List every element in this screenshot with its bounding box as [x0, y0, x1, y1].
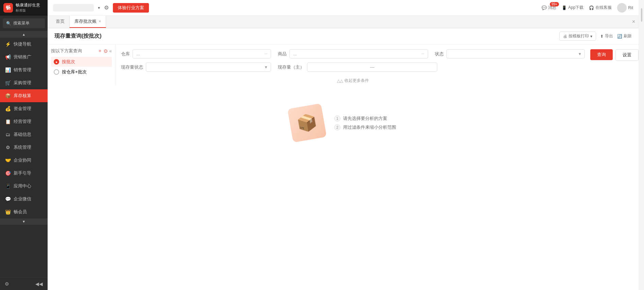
nav-label-8: 系统管理 — [14, 144, 31, 150]
empty-tips: 1 请先选择要分析的方案 2 用过滤条件来缩小分析范围 — [334, 115, 396, 130]
stock-quantity-label: 现存量（主） — [278, 64, 304, 70]
collapse-sidebar-icon[interactable]: ◀◀ — [35, 281, 43, 287]
filter-stock-quantity: 现存量（主） — — [278, 62, 428, 72]
sidebar: 畅 畅康通好生意 标准版 🔍 搜索菜单 ▲ ⚡快捷导航📢营销推广📊销售管理🛒采购… — [0, 0, 48, 290]
right-scrollbar — [639, 0, 644, 290]
sidebar-item-1[interactable]: 📢营销推广 — [0, 51, 48, 64]
collapse-up-icon: △△ — [337, 78, 343, 83]
empty-tip-1: 1 请先选择要分析的方案 — [334, 115, 396, 122]
filter-stock-status: 现存量状态 ▾ — [121, 62, 271, 72]
nav-icon-2: 📊 — [5, 67, 11, 73]
filter-scheme-icons: ＋ ⊙ « — [98, 48, 112, 54]
status-select[interactable]: ▾ — [446, 49, 585, 58]
sidebar-item-12[interactable]: 💬企业微信 — [0, 193, 48, 205]
status-label: 状态 — [435, 51, 444, 57]
collapse-more-label: 收起更多条件 — [344, 78, 369, 84]
sidebar-scroll-down[interactable]: ▼ — [0, 218, 48, 225]
messages-badge: 99+ — [550, 2, 559, 6]
empty-icon: 📦 — [287, 103, 327, 143]
stock-qty-to-input[interactable] — [376, 65, 434, 70]
sidebar-item-8[interactable]: ⚙系统管理 — [0, 141, 48, 154]
sidebar-item-4[interactable]: 📦库存核算 — [0, 89, 48, 102]
messages-action[interactable]: 💬 消息 99+ — [542, 5, 556, 11]
topbar-search-input[interactable] — [53, 4, 94, 12]
tab-close-icon[interactable]: × — [99, 19, 101, 24]
trial-btn[interactable]: 体验行业方案 — [113, 3, 149, 13]
tip-num-1: 1 — [334, 115, 340, 122]
tab-inventory-batch-label: 库存批次账 — [74, 18, 97, 24]
box-icon: 📦 — [295, 112, 319, 134]
app-info: 畅康通好生意 标准版 — [16, 3, 40, 13]
nav-label-5: 资金管理 — [14, 106, 31, 112]
user-action[interactable]: Rit — [617, 3, 633, 13]
warehouse-input[interactable]: ... ··· — [133, 49, 271, 58]
scheme-warehouse-batch-label: 按仓库+批次 — [62, 69, 87, 75]
sidebar-item-3[interactable]: 🛒采购管理 — [0, 76, 48, 89]
topbar-dropdown-button[interactable]: ▾ — [98, 5, 100, 10]
topbar-gear-button[interactable]: ⚙ — [104, 4, 109, 11]
nav-label-11: 应用中心 — [14, 183, 31, 189]
scheme-item-warehouse-batch[interactable]: 按仓库+批次 — [51, 67, 112, 77]
template-print-label: 按模板打印 — [569, 33, 589, 39]
sidebar-item-9[interactable]: 🤝企业协同 — [0, 154, 48, 167]
sidebar-item-6[interactable]: 📋经营管理 — [0, 115, 48, 128]
sidebar-item-2[interactable]: 📊销售管理 — [0, 64, 48, 76]
page-actions: 🖨 按模板打印 ▾ ⬆ 导出 🔄 刷新 — [559, 32, 632, 41]
headset-icon: 🎧 — [589, 5, 594, 10]
filter-form-wrapper: 仓库 ... ··· 商品 ... ··· 状态 — [116, 44, 590, 86]
scheme-item-batch[interactable]: ● 按批次 — [51, 57, 112, 67]
app-download-action[interactable]: 📱 App下载 — [562, 5, 583, 11]
settings-scheme-button[interactable]: ⊙ — [104, 48, 108, 54]
sidebar-item-5[interactable]: 💰资金管理 — [0, 102, 48, 115]
export-label: 导出 — [605, 33, 613, 39]
settings-button[interactable]: 设置 — [615, 49, 639, 61]
content-area: 现存量查询(按批次) 🖨 按模板打印 ▾ ⬆ 导出 🔄 刷新 — [48, 28, 639, 290]
nav-icon-13: 👑 — [5, 209, 11, 215]
nav-icon-8: ⚙ — [5, 144, 11, 150]
scheme-batch-label: 按批次 — [62, 59, 75, 65]
nav-label-3: 采购管理 — [14, 80, 31, 86]
sidebar-item-11[interactable]: 📱应用中心 — [0, 180, 48, 193]
stock-quantity-range: — — [307, 62, 437, 72]
nav-label-2: 销售管理 — [14, 67, 31, 73]
export-button[interactable]: ⬆ 导出 — [600, 33, 613, 39]
online-service-label: 在线客服 — [595, 5, 612, 11]
warehouse-more-icon[interactable]: ··· — [265, 52, 267, 56]
nav-label-9: 企业协同 — [14, 157, 31, 163]
tab-home[interactable]: 首页 — [51, 16, 69, 28]
product-input[interactable]: ... ··· — [289, 49, 428, 58]
tab-inventory-batch[interactable]: 库存批次账 × — [69, 16, 106, 28]
query-button[interactable]: 查询 — [590, 49, 613, 60]
sidebar-item-13[interactable]: 👑畅会员 — [0, 205, 48, 218]
refresh-button[interactable]: 🔄 刷新 — [617, 33, 632, 39]
template-print-button[interactable]: 🖨 按模板打印 ▾ — [559, 32, 596, 41]
stock-qty-from-input[interactable] — [311, 65, 368, 70]
tabbar-close-button[interactable]: × — [632, 19, 635, 25]
tabbar: 首页 库存批次账 × × — [48, 16, 639, 28]
add-scheme-button[interactable]: ＋ — [98, 48, 102, 54]
nav-items: ⚡快捷导航📢营销推广📊销售管理🛒采购管理📦库存核算💰资金管理📋经营管理🗂基础信息… — [0, 38, 48, 218]
search-menu-label: 搜索菜单 — [13, 20, 30, 26]
online-service-action[interactable]: 🎧 在线客服 — [589, 5, 612, 11]
scroll-handle[interactable] — [641, 8, 642, 22]
nav-icon-6: 📋 — [5, 119, 11, 125]
search-menu-button[interactable]: 🔍 搜索菜单 — [3, 18, 45, 28]
nav-icon-5: 💰 — [5, 106, 11, 112]
sidebar-footer: ⚙ ◀◀ — [0, 277, 48, 290]
collapse-more-btn[interactable]: △△ 收起更多条件 — [121, 76, 585, 86]
empty-tip-2: 2 用过滤条件来缩小分析范围 — [334, 124, 396, 130]
nav-icon-7: 🗂 — [5, 131, 11, 138]
filter-warehouse: 仓库 ... ··· — [121, 49, 271, 58]
filter-scheme-sidebar: 按以下方案查询 ＋ ⊙ « ● 按批次 按仓库+批次 — [48, 44, 116, 86]
sidebar-item-0[interactable]: ⚡快捷导航 — [0, 38, 48, 51]
collapse-scheme-button[interactable]: « — [109, 48, 112, 54]
stock-status-label: 现存量状态 — [121, 64, 143, 70]
settings-icon[interactable]: ⚙ — [5, 281, 9, 287]
sidebar-item-7[interactable]: 🗂基础信息 — [0, 128, 48, 141]
product-more-icon[interactable]: ··· — [421, 52, 424, 56]
filter-product: 商品 ... ··· — [278, 49, 428, 58]
sidebar-item-10[interactable]: 🎯新手引导 — [0, 167, 48, 180]
page-title: 现存量查询(按批次) — [54, 33, 102, 40]
sidebar-scroll-up[interactable]: ▲ — [0, 31, 48, 38]
stock-status-select[interactable]: ▾ — [146, 62, 271, 72]
